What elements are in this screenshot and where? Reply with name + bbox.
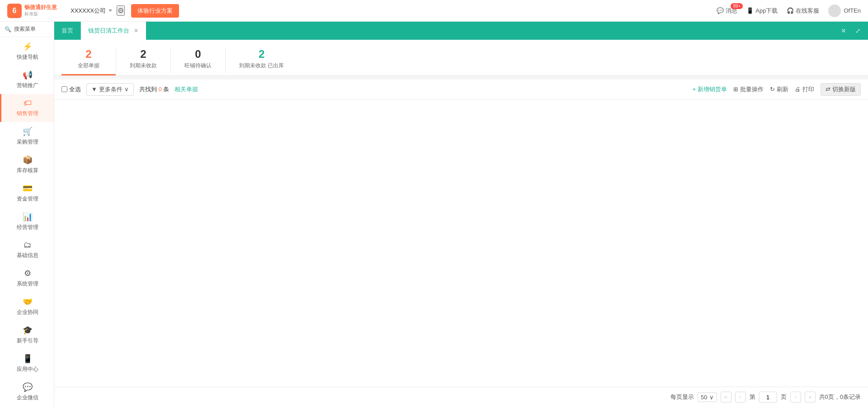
sidebar-item-base[interactable]: 🗂 基础信息 [0,236,54,264]
sidebar-search[interactable]: 🔍 搜索菜单 [0,22,54,37]
try-industry-button[interactable]: 体验行业方案 [131,4,179,18]
refresh-button[interactable]: ↻ 刷新 [770,85,788,94]
select-all-checkbox[interactable]: 全选 [61,85,81,94]
stat-label-pending: 旺铺待确认 [184,62,212,70]
message-button[interactable]: 💬 消息 99+ [717,7,737,15]
total-info: 共0页，0条记录 [819,393,861,401]
online-service-button[interactable]: 🎧 在线客服 [787,7,819,15]
toolbar-right: + 新增销货单 ⊞ 批量操作 ↻ 刷新 🖨 打印 ⇄ [693,83,861,96]
next-page-button[interactable]: › [790,392,801,402]
quick-nav-icon: ⚡ [23,42,33,51]
stat-tab-all[interactable]: 2 全部单据 [61,45,116,75]
page-label: 第 [750,393,755,401]
content-area: 首页 钱货日清工作台 ✕ ✕ ⤢ 2 全部单据 2 [54,22,868,407]
page-content: 2 全部单据 2 到期未收款 0 旺铺待确认 2 到期未收款 已出库 [54,40,868,407]
logo-icon: 6 [7,4,22,18]
stat-label-overdue: 到期未收款 [130,62,157,70]
stat-number-overdue-shipped: 2 [259,48,264,61]
prev-page-button[interactable]: ‹ [735,392,746,402]
first-page-button[interactable]: « [721,392,731,402]
main-layout: 🔍 搜索菜单 ⚡ 快捷导航 📢 营销推广 🏷 销售管理 🛒 采购管理 📦 库存核… [0,22,868,407]
stat-number-all: 2 [85,48,91,61]
stats-tabs: 2 全部单据 2 到期未收款 0 旺铺待确认 2 到期未收款 已出库 [54,40,868,76]
app-center-icon: 📱 [23,354,33,364]
company-name: XXXXXX公司 [71,7,106,15]
sidebar-item-marketing[interactable]: 📢 营销推广 [0,65,54,94]
stat-number-pending: 0 [195,48,201,61]
stat-number-overdue: 2 [140,48,146,61]
add-sales-order-button[interactable]: + 新增销货单 [693,85,727,94]
print-button[interactable]: 🖨 打印 [795,85,814,94]
message-icon: 💬 [717,7,724,14]
sales-icon: 🏷 [24,98,32,108]
operation-icon: 📊 [23,212,33,222]
filter-chevron-icon: ∨ [124,86,129,93]
refresh-icon: ↻ [770,86,775,93]
sidebar-item-sales[interactable]: 🏷 销售管理 [0,94,54,122]
found-count-number: 0 [159,86,162,93]
message-badge: 99+ [731,3,743,9]
app-title: 畅捷通好生意 [24,4,57,10]
tab-close-icon[interactable]: ✕ [134,28,138,34]
app-download-button[interactable]: 📱 App下载 [746,7,778,15]
logo-area: 6 畅捷通好生意 标准版 [7,4,61,18]
header-right: 💬 消息 99+ 📱 App下载 🎧 在线客服 OfTEn [717,5,861,17]
marketing-icon: 📢 [23,70,33,80]
inventory-icon: 📦 [23,155,33,165]
sidebar-item-quick-nav[interactable]: ⚡ 快捷导航 [0,37,54,65]
guide-icon: 🎓 [23,325,33,335]
chevron-down-icon [108,9,112,12]
per-page-label: 每页显示 [670,393,694,401]
switch-version-button[interactable]: ⇄ 切换新版 [821,83,861,96]
tab-bar: 首页 钱货日清工作台 ✕ ✕ ⤢ [54,22,868,40]
sidebar-item-system[interactable]: ⚙ 系统管理 [0,264,54,292]
sidebar-item-wechat[interactable]: 💬 企业微信 [0,378,54,406]
top-header: 6 畅捷通好生意 标准版 XXXXXX公司 ⚙ 体验行业方案 💬 消息 99+ … [0,0,868,22]
logo-text: 畅捷通好生意 标准版 [24,4,57,17]
batch-operation-button[interactable]: ⊞ 批量操作 [733,85,764,94]
tab-expand-button[interactable]: ⤢ [853,26,863,35]
avatar [828,5,841,17]
switch-icon: ⇄ [826,86,830,93]
related-orders-link[interactable]: 相关单据 [175,85,198,94]
sidebar-item-operation[interactable]: 📊 经营管理 [0,207,54,236]
per-page-select[interactable]: 50 ∨ [698,393,717,402]
stat-tab-overdue[interactable]: 2 到期未收款 [116,45,170,75]
sidebar-item-guide[interactable]: 🎓 新手引导 [0,321,54,349]
select-all-input[interactable] [61,86,67,92]
avatar-area[interactable]: OfTEn [828,5,861,17]
sidebar-item-inventory[interactable]: 📦 库存核算 [0,150,54,179]
sidebar-item-corp[interactable]: 🤝 企业协同 [0,292,54,321]
last-page-button[interactable]: » [805,392,816,402]
tab-bar-actions: ✕ ⤢ [838,26,868,35]
service-icon: 🎧 [787,7,794,14]
stat-tab-overdue-shipped[interactable]: 2 到期未收款 已出库 [226,45,297,75]
corp-icon: 🤝 [23,297,33,307]
page-suffix: 页 [781,393,787,401]
batch-icon: ⊞ [733,86,738,93]
base-icon: 🗂 [24,240,32,250]
tab-work-bench[interactable]: 钱货日清工作台 ✕ [81,22,146,40]
sidebar: 🔍 搜索菜单 ⚡ 快捷导航 📢 营销推广 🏷 销售管理 🛒 采购管理 📦 库存核… [0,22,54,407]
stat-tab-pending[interactable]: 0 旺铺待确认 [171,45,225,75]
settings-button[interactable]: ⚙ [117,5,125,16]
stat-label-all: 全部单据 [78,62,99,70]
finance-icon: 💳 [23,183,33,193]
sidebar-item-app-center[interactable]: 📱 应用中心 [0,349,54,378]
found-count-text: 共找到 0 条 [139,85,169,94]
purchase-icon: 🛒 [23,126,33,136]
search-icon: 🔍 [5,26,11,33]
tab-close-window-button[interactable]: ✕ [838,26,849,35]
app-subtitle: 标准版 [24,11,57,17]
system-icon: ⚙ [24,268,31,278]
filter-button[interactable]: ▼ 更多条件 ∨ [86,83,134,96]
toolbar: 全选 ▼ 更多条件 ∨ 共找到 0 条 相关单据 + 新增销货单 ⊞ [54,80,868,100]
page-number-input[interactable] [759,392,777,402]
filter-icon: ▼ [91,86,97,93]
tab-home[interactable]: 首页 [54,22,81,40]
stat-label-overdue-shipped: 到期未收款 已出库 [239,62,284,70]
sidebar-item-purchase[interactable]: 🛒 采购管理 [0,122,54,150]
sidebar-item-finance[interactable]: 💳 资金管理 [0,179,54,207]
table-area [54,100,868,387]
company-selector[interactable]: XXXXXX公司 [71,7,112,15]
